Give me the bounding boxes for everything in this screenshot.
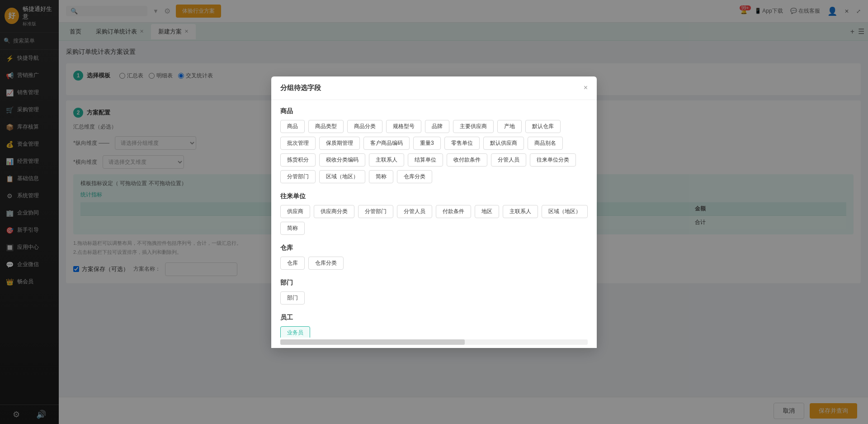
field-group-partner-title: 往来单位 (280, 192, 588, 200)
field-tag[interactable]: 产地 (497, 120, 522, 133)
field-tag[interactable]: 部门 (280, 291, 305, 305)
field-tag[interactable]: 简称 (369, 170, 393, 183)
field-tag[interactable]: 保质期管理 (319, 137, 360, 150)
field-group-warehouse-title: 仓库 (280, 244, 588, 252)
field-tag[interactable]: 地区 (475, 205, 499, 218)
modal-title: 分组待选字段 (280, 84, 321, 92)
field-tag[interactable]: 仓库分类 (397, 170, 432, 183)
field-tag[interactable]: 供应商分类 (314, 205, 354, 218)
field-tag[interactable]: 结算单位 (408, 153, 443, 167)
modal-hscrollbar-thumb[interactable] (280, 339, 465, 345)
modal-header: 分组待选字段 × (271, 76, 597, 100)
field-group-goods-title: 商品 (280, 107, 588, 115)
modal-footer-space (271, 345, 597, 348)
field-tag[interactable]: 税收分类编码 (319, 153, 365, 167)
field-tag[interactable]: 商品 (280, 120, 305, 133)
field-tag[interactable]: 默认仓库 (525, 120, 561, 133)
field-tag[interactable]: 批次管理 (280, 137, 316, 150)
field-group-warehouse-tags: 仓库 仓库分类 (280, 257, 588, 270)
field-group-partner: 往来单位 供应商 供应商分类 分管部门 分管人员 付款条件 地区 主联系人 区域… (280, 192, 588, 235)
field-tag[interactable]: 分管部门 (358, 205, 393, 218)
field-tag[interactable]: 主联系人 (369, 153, 404, 167)
field-tag[interactable]: 商品分类 (347, 120, 382, 133)
field-tag[interactable]: 零售单位 (444, 137, 480, 150)
field-tag[interactable]: 分管人员 (397, 205, 432, 218)
field-tag[interactable]: 拣货积分 (280, 153, 316, 167)
modal-hscrollbar[interactable] (280, 339, 588, 345)
modal-overlay: 分组待选字段 × 商品 商品 商品类型 商品分类 规格型号 品牌 主要供应商 产… (0, 0, 868, 424)
field-tag[interactable]: 默认供应商 (483, 137, 524, 150)
modal-scrollbar-row (271, 338, 597, 345)
field-tag[interactable]: 规格型号 (386, 120, 421, 133)
modal: 分组待选字段 × 商品 商品 商品类型 商品分类 规格型号 品牌 主要供应商 产… (271, 76, 597, 348)
field-tag[interactable]: 分管部门 (280, 170, 316, 183)
field-tag[interactable]: 往来单位分类 (530, 153, 576, 167)
field-tag[interactable]: 分管人员 (491, 153, 526, 167)
field-group-department-title: 部门 (280, 279, 588, 287)
field-tag[interactable]: 供应商 (280, 205, 310, 218)
field-tag[interactable]: 简称 (280, 222, 305, 235)
field-group-department-tags: 部门 (280, 291, 588, 305)
modal-body: 商品 商品 商品类型 商品分类 规格型号 品牌 主要供应商 产地 默认仓库 批次… (271, 100, 597, 338)
field-tag[interactable]: 付款条件 (436, 205, 471, 218)
field-group-partner-tags: 供应商 供应商分类 分管部门 分管人员 付款条件 地区 主联系人 区域（地区） … (280, 205, 588, 235)
field-tag[interactable]: 商品类型 (308, 120, 344, 133)
field-group-goods-tags: 商品 商品类型 商品分类 规格型号 品牌 主要供应商 产地 默认仓库 批次管理 … (280, 120, 588, 183)
field-tag[interactable]: 客户商品编码 (363, 137, 410, 150)
field-group-warehouse: 仓库 仓库 仓库分类 (280, 244, 588, 270)
field-tag[interactable]: 商品别名 (528, 137, 563, 150)
field-tag[interactable]: 区域（地区） (319, 170, 365, 183)
field-tag[interactable]: 仓库 (280, 257, 305, 270)
field-tag[interactable]: 主联系人 (503, 205, 538, 218)
field-group-employee-tags: 业务员 (280, 326, 588, 338)
field-tag[interactable]: 收付款条件 (447, 153, 487, 167)
field-tag-employee[interactable]: 业务员 (280, 326, 310, 338)
field-tag[interactable]: 仓库分类 (308, 257, 344, 270)
field-group-department: 部门 部门 (280, 279, 588, 305)
field-group-goods: 商品 商品 商品类型 商品分类 规格型号 品牌 主要供应商 产地 默认仓库 批次… (280, 107, 588, 183)
modal-close-button[interactable]: × (584, 84, 588, 92)
field-tag[interactable]: 品牌 (425, 120, 449, 133)
field-group-employee-title: 员工 (280, 314, 588, 322)
field-tag[interactable]: 主要供应商 (453, 120, 494, 133)
field-group-employee: 员工 业务员 (280, 314, 588, 338)
field-tag[interactable]: 重量3 (413, 137, 441, 150)
field-tag[interactable]: 区域（地区） (542, 205, 588, 218)
